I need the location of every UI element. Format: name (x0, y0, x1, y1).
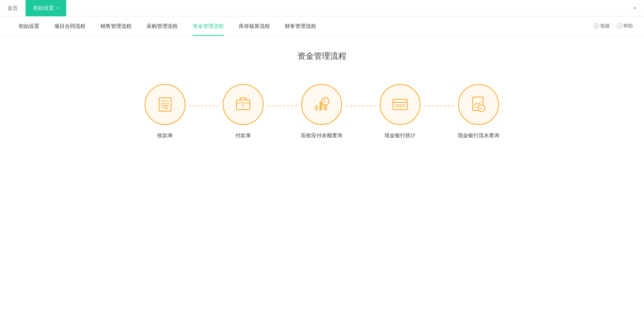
nav-finance[interactable]: 财务管理流程 (277, 16, 323, 36)
svg-rect-18 (393, 99, 407, 110)
nav-bar: 初始设置 项目合同流程 销售管理流程 采购管理流程 资金管理流程 库存核算流程 … (0, 16, 644, 36)
flow-item-receipt[interactable]: ¥ 收款单 (145, 84, 186, 139)
main-content: 资金管理流程 ¥ 收款单 (0, 36, 644, 154)
receipt-icon-wrap: ¥ (145, 84, 186, 125)
connector-1 (186, 106, 223, 117)
payment-icon: ¥ (234, 95, 253, 114)
nav-init[interactable]: 初始设置 (11, 16, 47, 36)
flow-item-statement[interactable]: ¥ 现金银行流水查询 (458, 84, 499, 139)
connector-3 (342, 106, 380, 117)
payment-label: 付款单 (235, 132, 251, 139)
balance-icon: ¥ (312, 95, 331, 114)
help-icon: ? (617, 23, 622, 29)
active-tab-label: 初始设置 (33, 5, 54, 12)
top-bar: 首页 初始设置 × × (0, 0, 644, 16)
cashbank-icon (390, 95, 410, 114)
flow-item-balance[interactable]: ¥ 应收应付余额查询 (301, 84, 342, 139)
svg-rect-5 (161, 100, 169, 102)
nav-project[interactable]: 项目合同流程 (47, 16, 93, 36)
nav-fund[interactable]: 资金管理流程 (185, 16, 231, 36)
nav-separator: | (613, 23, 614, 29)
svg-text:¥: ¥ (323, 100, 326, 104)
flow-item-payment[interactable]: ¥ 付款单 (223, 84, 264, 139)
nav-bar-right: 视频 | ? 帮助 (594, 23, 633, 29)
balance-icon-wrap: ¥ (301, 84, 342, 125)
svg-text:¥: ¥ (241, 104, 244, 108)
svg-rect-13 (315, 105, 318, 110)
connector-4 (421, 106, 458, 117)
video-link[interactable]: 视频 (594, 23, 610, 29)
cashbank-label: 现金银行统计 (384, 132, 416, 139)
top-bar-right: × (626, 5, 644, 12)
svg-text:?: ? (619, 25, 621, 28)
home-tab[interactable]: 首页 (0, 0, 26, 16)
flow-item-cashbank[interactable]: 现金银行统计 (380, 84, 421, 139)
nav-inventory[interactable]: 库存核算流程 (231, 16, 277, 36)
connector-2 (264, 106, 301, 117)
active-tab-close[interactable]: × (56, 6, 59, 11)
active-tab[interactable]: 初始设置 × (26, 0, 66, 16)
statement-icon-wrap: ¥ (458, 84, 499, 125)
nav-purchase[interactable]: 采购管理流程 (139, 16, 185, 36)
window-close-icon[interactable]: × (633, 5, 637, 12)
help-link[interactable]: ? 帮助 (617, 23, 633, 29)
receipt-icon: ¥ (155, 95, 175, 114)
statement-label: 现金银行流水查询 (458, 132, 499, 139)
svg-text:¥: ¥ (162, 100, 165, 103)
video-icon (594, 23, 599, 29)
flow-row: ¥ 收款单 ¥ 付款单 (145, 84, 499, 139)
svg-text:¥: ¥ (480, 107, 482, 110)
statement-icon: ¥ (469, 95, 488, 114)
svg-marker-1 (596, 25, 598, 27)
receipt-label: 收款单 (157, 132, 173, 139)
nav-sales[interactable]: 销售管理流程 (93, 16, 139, 36)
cashbank-icon-wrap (380, 84, 421, 125)
balance-label: 应收应付余额查询 (301, 132, 342, 139)
payment-icon-wrap: ¥ (223, 84, 264, 125)
page-title: 资金管理流程 (297, 51, 347, 62)
svg-rect-4 (159, 98, 171, 111)
